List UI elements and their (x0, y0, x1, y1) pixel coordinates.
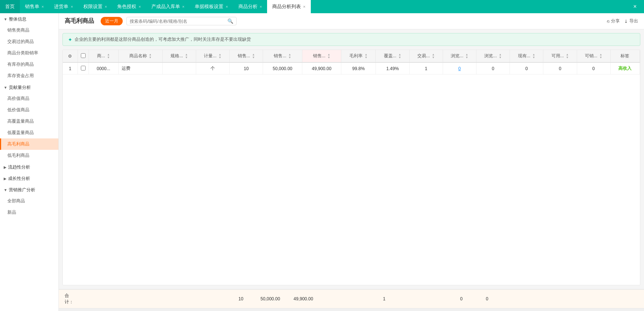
col-spec[interactable]: 规格... ▲▼ (162, 50, 196, 62)
footer-sales-amount: 50,000.00 (254, 296, 287, 301)
table-header-row: ⚙ 商... ▲▼ 商品名称 ▲▼ 规格... ▲▼ (63, 50, 640, 62)
share-icon: ⎋ (607, 19, 609, 24)
row-coverage: 1.49% (376, 62, 409, 75)
col-trade[interactable]: 交易... ▲▼ (409, 50, 443, 62)
footer-trade: 1 (371, 296, 397, 301)
row-code: 0000... (89, 62, 118, 75)
nav-close-finished-goods[interactable]: × (182, 4, 184, 9)
row-gross-rate: 99.8% (341, 62, 376, 75)
sidebar: « ▼ 整体信息 销售类商品 交易过的商品 商品分类助销率 有库存的商品 库存资… (0, 13, 59, 311)
footer-sales-cost: 49,900.00 (287, 296, 320, 301)
filter-recent-month-button[interactable]: 近一月 (101, 17, 123, 25)
export-button[interactable]: ⤓ 导出 (624, 18, 638, 24)
row-sales-amount: 50,000.00 (263, 62, 302, 75)
sidebar-group-growth[interactable]: ▶ 成长性分析 (0, 173, 58, 184)
arrow-down-icon-3: ▼ (4, 188, 7, 192)
col-stock[interactable]: 现有... ▲▼ (510, 50, 543, 62)
col-sellable[interactable]: 可销... ▲▼ (577, 50, 610, 62)
footer-stock: 0 (449, 296, 474, 301)
col-sales-cost[interactable]: 销售... ▲▼ (302, 50, 341, 62)
row-sales-qty: 10 (230, 62, 263, 75)
sidebar-item-sales-goods[interactable]: 销售类商品 (0, 25, 58, 36)
row-tag: 高收入 (610, 62, 640, 75)
row-unit: 个 (196, 62, 229, 75)
select-all-checkbox[interactable] (81, 53, 86, 58)
product-table: ⚙ 商... ▲▼ 商品名称 ▲▼ 规格... ▲▼ (63, 50, 640, 75)
sidebar-item-new-goods[interactable]: 新品 (0, 207, 58, 218)
sidebar-item-in-stock[interactable]: 有库存的商品 (0, 59, 58, 70)
col-sales-qty[interactable]: 销售... ▲▼ (230, 50, 263, 62)
col-sales-amount[interactable]: 销售... ▲▼ (263, 50, 302, 62)
sidebar-item-high-coverage[interactable]: 高覆盖量商品 (0, 116, 58, 127)
nav-close-purchase[interactable]: × (71, 4, 73, 9)
export-icon: ⤓ (624, 19, 628, 24)
col-browse2[interactable]: 浏览... ▲▼ (476, 50, 510, 62)
nav-sales-order[interactable]: 销售单 × (20, 0, 49, 13)
nav-close-roles[interactable]: × (138, 4, 141, 9)
header-actions: ⎋ 分享 ⤓ 导出 (607, 18, 638, 24)
main-layout: « ▼ 整体信息 销售类商品 交易过的商品 商品分类助销率 有库存的商品 库存资… (0, 13, 644, 311)
col-settings[interactable]: ⚙ (63, 50, 78, 62)
col-checkbox[interactable] (78, 50, 89, 62)
nav-roles[interactable]: 角色授权 × (112, 0, 146, 13)
row-checkbox[interactable] (78, 62, 89, 75)
search-box: 🔍 (126, 17, 237, 25)
sidebar-item-all-goods[interactable]: 全部商品 (0, 195, 58, 207)
arrow-down-icon: ▼ (4, 17, 7, 21)
sidebar-group-trend[interactable]: ▶ 流趋性分析 (0, 161, 58, 173)
row-trade: 1 (409, 62, 443, 75)
table-footer: 合计： 10 50,000.00 49,900.00 1 0 0 (59, 289, 644, 308)
sidebar-group-overall[interactable]: ▼ 整体信息 (0, 13, 58, 25)
nav-home[interactable]: 首页 (0, 0, 20, 13)
nav-template-settings[interactable]: 单据模板设置 × (190, 0, 233, 13)
sidebar-group-contribution[interactable]: ▼ 贡献量分析 (0, 82, 58, 93)
window-close-icon[interactable]: × (630, 3, 640, 10)
content-header: 高毛利商品 近一月 🔍 ⎋ 分享 ⤓ 导出 (59, 13, 644, 29)
row-index: 1 (63, 62, 78, 75)
sidebar-group-marketing[interactable]: ▼ 营销推广分析 (0, 184, 58, 195)
arrow-right-icon: ▶ (4, 165, 7, 169)
col-product-name[interactable]: 商品名称 ▲▼ (118, 50, 162, 62)
sidebar-item-low-value[interactable]: 低价值商品 (0, 104, 58, 116)
table-container[interactable]: ⚙ 商... ▲▼ 商品名称 ▲▼ 规格... ▲▼ (62, 50, 640, 285)
nav-close-product-analysis-list[interactable]: × (303, 4, 305, 9)
page-title: 高毛利商品 (65, 17, 94, 25)
nav-close-product-analysis[interactable]: × (260, 4, 262, 9)
sidebar-item-high-margin[interactable]: 高毛利商品 (0, 138, 58, 150)
row-browse1[interactable]: 0 (443, 62, 476, 75)
nav-permissions[interactable]: 权限设置 × (78, 0, 112, 13)
sidebar-item-traded-goods[interactable]: 交易过的商品 (0, 36, 58, 47)
share-button[interactable]: ⎋ 分享 (607, 18, 620, 24)
row-name: 运费 (118, 62, 162, 75)
content-area: 高毛利商品 近一月 🔍 ⎋ 分享 ⤓ 导出 ✦ 企业的主要的利润都是这部分商品创… (59, 13, 644, 311)
nav-product-analysis[interactable]: 商品分析 × (233, 0, 267, 13)
search-input[interactable] (130, 19, 227, 24)
nav-window-close[interactable]: × (630, 3, 644, 10)
info-icon: ✦ (68, 37, 72, 43)
sidebar-item-category-rate[interactable]: 商品分类助销率 (0, 47, 58, 59)
col-tag[interactable]: 标签 (610, 50, 640, 62)
col-product-code[interactable]: 商... ▲▼ (89, 50, 118, 62)
nav-close-template[interactable]: × (226, 4, 228, 9)
sidebar-item-high-value[interactable]: 高价值商品 (0, 93, 58, 104)
sidebar-collapse-button[interactable]: « (58, 155, 59, 170)
nav-finished-goods[interactable]: 产成品入库单 × (146, 0, 190, 13)
horizontal-scrollbar[interactable] (59, 308, 644, 311)
col-avail[interactable]: 可用... ▲▼ (543, 50, 577, 62)
sidebar-item-low-coverage[interactable]: 低覆盖量商品 (0, 127, 58, 138)
row-stock: 0 (510, 62, 543, 75)
top-navigation: 首页 销售单 × 进货单 × 权限设置 × 角色授权 × 产成品入库单 × 单据… (0, 0, 644, 13)
col-coverage[interactable]: 覆盖... ▲▼ (376, 50, 409, 62)
nav-purchase[interactable]: 进货单 × (49, 0, 78, 13)
nav-close-sales[interactable]: × (42, 4, 44, 9)
col-gross-rate[interactable]: 毛利率 ▲▼ (341, 50, 376, 62)
col-browse1[interactable]: 浏览... ▲▼ (443, 50, 476, 62)
sidebar-item-low-margin[interactable]: 低毛利商品 (0, 150, 58, 161)
nav-product-analysis-list[interactable]: 商品分析列表 × (267, 0, 310, 13)
nav-close-permissions[interactable]: × (105, 4, 107, 9)
sidebar-item-stock-fund[interactable]: 库存资金占用 (0, 70, 58, 82)
search-icon[interactable]: 🔍 (227, 18, 233, 24)
col-unit[interactable]: 计量... ▲▼ (196, 50, 229, 62)
row-spec (162, 62, 196, 75)
row-avail: 0 (543, 62, 577, 75)
